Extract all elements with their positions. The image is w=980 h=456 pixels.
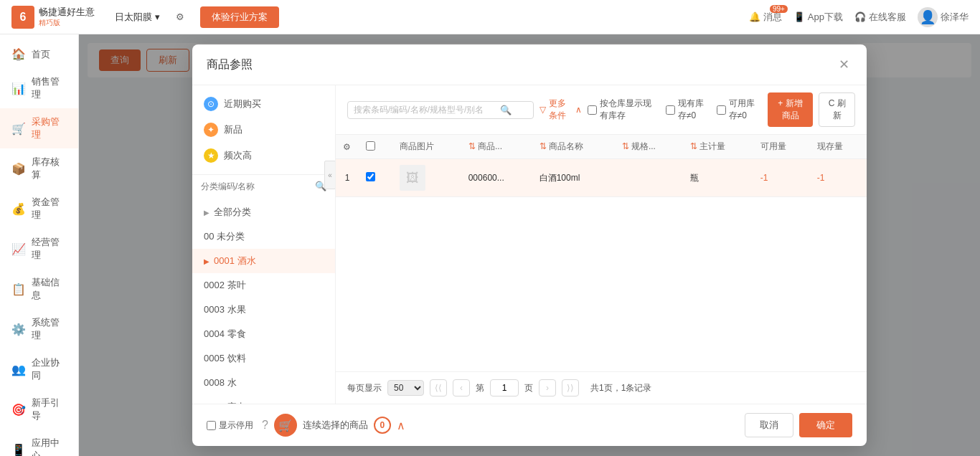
filter-more-btn[interactable]: ▽ 更多条件 ∧ [540, 98, 582, 122]
sales-icon: 📊 [11, 82, 26, 95]
recent-icon: ⊙ [204, 97, 218, 111]
home-icon: 🏠 [11, 47, 26, 61]
logo-text: 畅捷通好生意 精巧版 [39, 6, 95, 28]
sidebar-item-system[interactable]: ⚙️ 系统管理 [0, 309, 78, 349]
finance-icon: 💰 [11, 202, 26, 216]
sidebar-item-app-center[interactable]: 📱 应用中心 [0, 429, 78, 456]
modal-left-panel: ⊙ 近期购买 ✦ 新品 ★ 频次高 [192, 85, 336, 404]
bell-icon: 🔔 [749, 11, 760, 22]
th-unit: ⇅ 主计量 [683, 135, 753, 159]
logo-icon: 6 [11, 6, 34, 29]
modal-close-button[interactable]: ✕ [835, 56, 852, 73]
next-page-btn[interactable]: › [539, 379, 556, 396]
sidebar-item-enterprise[interactable]: 👥 企业协同 [0, 349, 78, 389]
row-checkbox[interactable] [359, 159, 392, 197]
modal-refresh-button[interactable]: C 刷新 [819, 92, 855, 127]
sidebar-item-basic-info[interactable]: 📋 基础信息 [0, 269, 78, 309]
category-search-input[interactable] [201, 181, 312, 191]
filter-option-warehouse[interactable]: 按仓库显示现有库存 [588, 98, 659, 122]
th-name[interactable]: ⇅ 商品名称 [532, 135, 615, 159]
enterprise-icon: 👥 [11, 363, 26, 376]
category-arrow-icon: ▶ [204, 209, 209, 217]
user-item[interactable]: 👤 徐泽华 [918, 7, 969, 27]
add-product-button[interactable]: + 新增商品 [768, 92, 814, 127]
last-page-btn[interactable]: ⟩⟩ [562, 379, 579, 396]
select-all-checkbox[interactable] [366, 141, 375, 151]
inventory-icon: 📦 [11, 162, 26, 176]
footer-right: 取消 确定 [745, 413, 852, 437]
sidebar-item-inventory[interactable]: 📦 库存核算 [0, 148, 78, 189]
top-nav: 6 畅捷通好生意 精巧版 日太阳膜 ▾ ⚙ 体验行业方案 🔔 消息 99+ 📱 … [0, 0, 980, 34]
cart-area: ? 🛒 连续选择的商品 0 ∧ [262, 414, 405, 437]
cart-count: 0 [374, 417, 391, 434]
modal-header: 商品参照 ✕ [192, 44, 867, 85]
experience-btn[interactable]: 体验行业方案 [200, 6, 279, 28]
sidebar-item-purchase[interactable]: 🛒 采购管理 [0, 108, 78, 148]
sort-icon-name: ⇅ [540, 141, 547, 151]
collapse-panel-button[interactable]: « [324, 161, 336, 189]
sidebar-item-operations[interactable]: 📈 经营管理 [0, 229, 78, 269]
basic-info-icon: 📋 [11, 282, 26, 296]
product-thumb: 🖼 [400, 165, 425, 191]
category-snacks[interactable]: 0004 零食 [192, 322, 335, 346]
footer-left: 显示停用 [207, 419, 253, 432]
search-icon[interactable]: 🔍 [500, 105, 512, 115]
sort-icon-unit: ⇅ [690, 141, 697, 151]
sidebar-item-home[interactable]: 🏠 首页 [0, 40, 78, 68]
row-image: 🖼 [392, 159, 461, 197]
category-beverages[interactable]: 0005 饮料 [192, 346, 335, 371]
sort-icon-spec: ⇅ [622, 141, 629, 151]
category-uncategorized[interactable]: 00 未分类 [192, 224, 335, 249]
category-appliances[interactable]: 0010 家电 [192, 395, 335, 404]
category-liquor[interactable]: ▶ 0001 酒水 [192, 249, 335, 273]
prev-page-btn[interactable]: ‹ [453, 379, 470, 396]
main-content: 查询 刷新 设置 商品参照 ✕ [79, 34, 980, 456]
sidebar-item-sales[interactable]: 📊 销售管理 [0, 68, 78, 108]
first-page-btn[interactable]: ⟨⟨ [430, 379, 447, 396]
store-selector[interactable]: 日太阳膜 ▾ [109, 8, 166, 27]
category-all[interactable]: ▶ 全部分类 [192, 200, 335, 224]
collapse-cart-icon[interactable]: ∧ [397, 419, 405, 432]
settings-icon[interactable]: ⚙ [169, 6, 192, 29]
show-disabled-checkbox[interactable]: 显示停用 [207, 419, 253, 432]
category-tea[interactable]: 0002 茶叶 [192, 273, 335, 298]
mobile-icon: 📱 [793, 11, 805, 22]
th-code[interactable]: ⇅ 商品... [461, 135, 532, 159]
cart-icon[interactable]: 🛒 [274, 414, 297, 437]
chevron-up-icon: ∧ [575, 105, 582, 115]
filter-recent[interactable]: ⊙ 近期购买 [192, 91, 335, 117]
filter-option-stock-ne0[interactable]: 现有库存≠0 [666, 98, 711, 122]
page-size-select[interactable]: 50 100 200 [387, 380, 424, 396]
th-stock: 现存量 [810, 135, 867, 159]
filter-frequent[interactable]: ★ 频次高 [192, 143, 335, 168]
modal-table-wrap: ⚙ 商品图片 ⇅ 商品... [336, 135, 867, 371]
filter-option-available-ne0[interactable]: 可用库存≠0 [717, 98, 762, 122]
online-service-item[interactable]: 🎧 在线客服 [854, 11, 906, 24]
sidebar-item-guide[interactable]: 🎯 新手引导 [0, 389, 78, 429]
row-spec [615, 159, 683, 197]
modal-overlay: 商品参照 ✕ ⊙ 近期购买 ✦ [79, 34, 980, 456]
th-image: 商品图片 [392, 135, 461, 159]
confirm-button[interactable]: 确定 [799, 413, 852, 437]
logo-area: 6 畅捷通好生意 精巧版 [11, 6, 95, 29]
notify-item[interactable]: 🔔 消息 99+ [749, 11, 782, 24]
sidebar-item-finance[interactable]: 💰 资金管理 [0, 189, 78, 229]
product-reference-modal: 商品参照 ✕ ⊙ 近期购买 ✦ [192, 44, 867, 446]
page-number-input[interactable] [490, 379, 519, 396]
category-fruit[interactable]: 0003 水果 [192, 298, 335, 322]
category-water[interactable]: 0008 水 [192, 371, 335, 395]
purchase-icon: 🛒 [11, 122, 26, 136]
row-num: 1 [336, 159, 359, 197]
th-spec: ⇅ 规格... [615, 135, 683, 159]
help-icon[interactable]: ? [262, 419, 268, 432]
search-input[interactable] [354, 105, 497, 115]
row-code: 000600... [461, 159, 532, 197]
table-row[interactable]: 1 🖼 00 [336, 159, 867, 197]
cancel-button[interactable]: 取消 [745, 413, 793, 437]
filter-new[interactable]: ✦ 新品 [192, 117, 335, 143]
search-bar-right: + 新增商品 C 刷新 [768, 92, 855, 127]
modal-footer: 显示停用 ? 🛒 连续选择的商品 0 ∧ 取消 确定 [192, 404, 867, 446]
avatar: 👤 [918, 7, 938, 27]
main-layout: 🏠 首页 📊 销售管理 🛒 采购管理 📦 库存核算 💰 资金管理 📈 经营管理 … [0, 34, 980, 456]
app-download-item[interactable]: 📱 App下载 [793, 11, 843, 24]
